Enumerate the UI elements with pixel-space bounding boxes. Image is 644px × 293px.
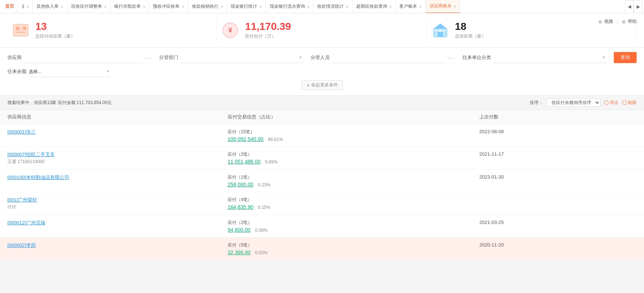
supplier-expand-btn[interactable]: ··· — [145, 55, 152, 61]
table-row[interactable]: [000100]本特勤油品有限公司 应付（1笔） 258,000.00 0.23… — [0, 170, 644, 192]
nav-tab-bank-deposit[interactable]: 银行存取款单 × — [111, 0, 149, 13]
tx-amount-row: 11,051,486.00 9.89% — [228, 159, 479, 165]
tx-amount[interactable]: 164,635.90 — [228, 204, 253, 210]
close-icon[interactable]: × — [143, 4, 145, 9]
tx-amount-row: 100,092,540.00 89.61% — [228, 136, 479, 142]
table-row[interactable]: [000002]李四 应付（5笔） 32,366.00 0.03% 2020-1… — [0, 238, 644, 260]
person-filter-input[interactable] — [332, 52, 446, 63]
nav-tab-receipt-verify[interactable]: 收款核销执行 × — [188, 0, 227, 13]
dept-filter-select[interactable] — [181, 52, 304, 63]
balance-filter-label: 往来余额 — [7, 68, 27, 75]
close-icon[interactable]: × — [104, 4, 106, 9]
nav-tab-cash-bank-stat[interactable]: 现金银行统计 × — [227, 0, 266, 13]
help-link[interactable]: 帮助 — [628, 18, 637, 25]
balance-filter-select[interactable]: 选择... — [29, 66, 111, 77]
close-icon[interactable]: × — [27, 4, 29, 9]
tx-pct: 89.61% — [268, 137, 283, 142]
transaction-cell: 应付（2笔） 11,051,486.00 9.89% — [228, 151, 479, 165]
col-header-lastpay: 上次付数 — [479, 114, 637, 120]
video-link[interactable]: 视频 — [604, 18, 613, 25]
nav-next-arrow[interactable]: ▶ — [634, 0, 643, 13]
nav-tab-supplier-ledger[interactable]: 供应商账本 × — [426, 0, 460, 13]
last-pay-date: 2021-03-25 — [479, 220, 504, 225]
close-icon[interactable]: × — [259, 4, 262, 9]
nav-arrows: ◀ ▶ — [625, 0, 643, 13]
close-icon[interactable]: × — [419, 4, 421, 9]
category-filter-select[interactable] — [493, 52, 607, 63]
tx-count: 应付（15笔） — [228, 129, 479, 135]
nav-tab-advance-ar[interactable]: 预收冲应收单 × — [149, 0, 188, 13]
table-row[interactable]: [000001]张三 应付（15笔） 100,092,540.00 89.61%… — [0, 124, 644, 147]
last-pay-cell: 2022-08-08 — [479, 129, 637, 134]
svg-text:¥: ¥ — [228, 27, 232, 34]
nav-prev-arrow[interactable]: ◀ — [625, 0, 634, 13]
supplier-info-cell: [000001]张三 — [7, 129, 228, 135]
tx-pct: 0.23% — [258, 182, 270, 187]
supplier-sub: 仔仔 — [7, 204, 228, 210]
sort-select[interactable]: 按应付余额倒序排序 — [547, 99, 601, 107]
close-icon[interactable]: × — [221, 4, 223, 9]
tx-amount[interactable]: 100,092,540.00 — [228, 136, 263, 142]
nav-tab-cash-bank-flow[interactable]: 现金银行流水查询 × — [266, 0, 314, 13]
supplier-info-cell: [000002]李四 — [7, 242, 228, 249]
store-icon — [431, 21, 450, 40]
svg-rect-2 — [15, 32, 26, 33]
chevron-up-icon: ∧ — [307, 83, 310, 88]
tx-amount[interactable]: 32,366.00 — [228, 249, 251, 255]
supplier-link[interactable]: [001]广州荣轩 — [7, 197, 228, 203]
supplier-link[interactable]: [000002]李四 — [7, 242, 228, 249]
total-suppliers-label: 总供应商（家） — [455, 33, 486, 39]
supplier-info-cell: [000100]本特勤油品有限公司 — [7, 174, 228, 181]
nav-tab-ar-ap-adjust[interactable]: 应收应付调整单 × — [67, 0, 111, 13]
supplier-link[interactable]: [000001]张三 — [7, 129, 228, 135]
transaction-cell: 应付（5笔） 32,366.00 0.03% — [228, 242, 479, 255]
supplier-payable-icon: ¥ — [11, 21, 30, 40]
last-pay-cell: 2023-01-30 — [479, 174, 637, 180]
table-header: 供应商信息 应付交易信息（占比） 上次付数 — [0, 110, 644, 124]
supplier-filter-input[interactable] — [24, 52, 143, 63]
tx-pct: 9.89% — [265, 159, 277, 165]
col-header-supplier: 供应商信息 — [7, 114, 228, 120]
last-pay-date: 2020-11-20 — [479, 242, 504, 248]
nav-tab-3[interactable]: 3 × — [18, 0, 33, 13]
tx-amount-row: 164,635.90 0.15% — [228, 204, 479, 210]
close-icon[interactable]: × — [307, 4, 309, 9]
svg-text:¥: ¥ — [23, 28, 25, 30]
search-button[interactable]: 查询 — [614, 52, 637, 63]
tx-amount[interactable]: 11,051,486.00 — [228, 159, 261, 165]
nav-tab-receipt-stat[interactable]: 收款情况统计 × — [314, 0, 352, 13]
payable-amount-value: 11,170.39 — [245, 21, 291, 32]
results-bar: 搜索结果中，供应商13家 应付金额 111,703,854.00元 排序： 按应… — [0, 96, 644, 110]
balance-dropdown-wrap: 选择... ▾ — [29, 66, 111, 77]
svg-rect-9 — [439, 30, 442, 32]
table-row[interactable]: [000012]广州贝瑞 应付（2笔） 94,600.00 0.08% 2021… — [0, 215, 644, 238]
nav-tab-home[interactable]: 首页 — [1, 0, 18, 13]
summary-bar: ¥ 13 总应付供应商（家） ¥ 11,170.39 应付合计（万） — [0, 13, 644, 48]
table-row[interactable]: [001]广州荣轩 仔仔 应付（4笔） 164,635.90 0.15% — [0, 192, 644, 215]
nav-tab-overdue-ar[interactable]: 超期应收款查询 × — [353, 0, 396, 13]
close-icon[interactable]: × — [389, 4, 392, 9]
transaction-cell: 应付（1笔） 258,000.00 0.23% — [228, 174, 479, 187]
close-icon[interactable]: × — [346, 4, 348, 9]
tx-amount[interactable]: 94,600.00 — [228, 227, 251, 233]
transaction-cell: 应付（15笔） 100,092,540.00 89.61% — [228, 129, 479, 142]
total-suppliers-count: 18 — [455, 21, 486, 32]
export-circle-icon — [604, 100, 609, 105]
close-icon[interactable]: × — [454, 4, 456, 8]
person-expand-btn[interactable]: ··· — [448, 55, 455, 61]
sort-label: 排序： — [530, 100, 543, 106]
close-icon[interactable]: × — [182, 4, 184, 9]
refresh-btn[interactable]: 刷新 — [622, 100, 637, 106]
supplier-link[interactable]: [000012]广州贝瑞 — [7, 220, 228, 226]
nav-tab-other-income[interactable]: 其他收入单 × — [33, 0, 67, 13]
nav-tab-customer-ledger[interactable]: 客户账本 × — [396, 0, 426, 13]
top-right-links: ⊙ 视频 ｜ ⊙ 帮助 — [598, 18, 637, 25]
close-icon[interactable]: × — [61, 4, 63, 9]
supplier-link[interactable]: [000007]恒旺二手叉车 — [7, 151, 228, 158]
collapse-filter-btn[interactable]: ∧ 收起更多条件 — [302, 80, 343, 90]
svg-rect-0 — [13, 24, 28, 36]
tx-amount[interactable]: 258,000.00 — [228, 182, 253, 187]
supplier-link[interactable]: [000100]本特勤油品有限公司 — [7, 174, 228, 181]
export-btn[interactable]: 导出 — [604, 100, 619, 106]
table-row[interactable]: [000007]恒旺二手叉车 王通 17106110000 应付（2笔） 11,… — [0, 147, 644, 170]
